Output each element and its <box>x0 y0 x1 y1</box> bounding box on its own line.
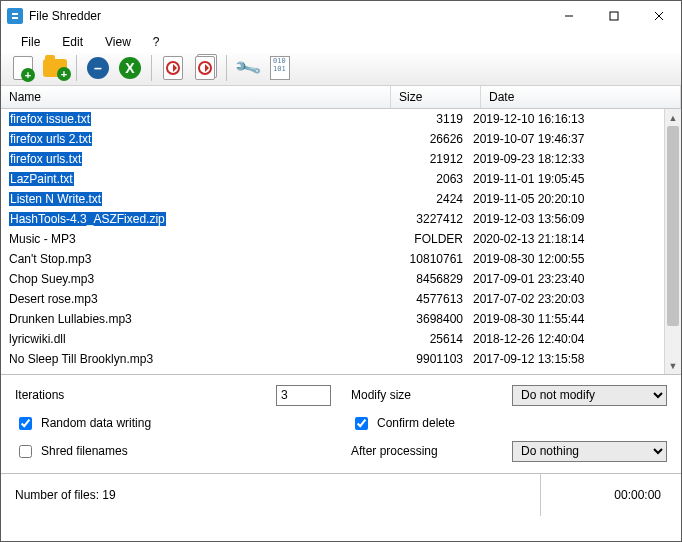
file-date: 2019-08-30 12:00:55 <box>473 250 673 268</box>
file-name: Desert rose.mp3 <box>9 292 98 306</box>
binary-icon: 010101 <box>270 56 290 80</box>
random-checkbox-label[interactable]: Random data writing <box>15 414 151 433</box>
app-icon <box>7 8 23 24</box>
modify-size-select[interactable]: Do not modify <box>512 385 667 406</box>
add-file-button[interactable]: + <box>9 54 37 82</box>
confirm-checkbox[interactable] <box>355 417 368 430</box>
file-date: 2019-10-07 19:46:37 <box>473 130 673 148</box>
file-date: 2019-11-01 19:05:45 <box>473 170 673 188</box>
title-bar: File Shredder <box>1 1 681 31</box>
settings-button[interactable]: 🔧 <box>234 54 262 82</box>
x-icon: X <box>119 57 141 79</box>
file-name: firefox urls 2.txt <box>9 132 92 146</box>
page-icon: + <box>13 56 33 80</box>
svg-rect-2 <box>610 12 618 20</box>
col-name-header[interactable]: Name <box>1 86 391 108</box>
table-row[interactable]: lyricwiki.dll256142018-12-26 12:40:04 <box>1 329 681 349</box>
iterations-input[interactable] <box>276 385 331 406</box>
excel-button[interactable]: X <box>116 54 144 82</box>
table-row[interactable]: Can't Stop.mp3108107612019-08-30 12:00:5… <box>1 249 681 269</box>
table-row[interactable]: firefox issue.txt31192019-12-10 16:16:13 <box>1 109 681 129</box>
menu-file[interactable]: File <box>11 33 50 51</box>
file-date: 2019-12-03 13:56:09 <box>473 210 673 228</box>
table-row[interactable]: LazPaint.txt20632019-11-01 19:05:45 <box>1 169 681 189</box>
random-checkbox[interactable] <box>19 417 32 430</box>
options-panel: Iterations Modify size Do not modify Ran… <box>1 375 681 474</box>
confirm-checkbox-label[interactable]: Confirm delete <box>351 414 455 433</box>
iterations-label: Iterations <box>15 388 64 402</box>
menu-help[interactable]: ? <box>143 33 170 51</box>
after-processing-label: After processing <box>351 444 438 458</box>
file-name: Drunken Lullabies.mp3 <box>9 312 132 326</box>
column-header: Name Size Date <box>1 86 681 109</box>
file-name: lyricwiki.dll <box>9 332 66 346</box>
refresh-button[interactable] <box>159 54 187 82</box>
file-name: firefox issue.txt <box>9 112 91 126</box>
scrollbar[interactable]: ▲ ▼ <box>664 109 681 374</box>
file-name: firefox urls.txt <box>9 152 82 166</box>
file-date: 2017-09-01 23:23:40 <box>473 270 673 288</box>
file-size: 21912 <box>383 150 473 168</box>
add-folder-button[interactable]: + <box>41 54 69 82</box>
menu-edit[interactable]: Edit <box>52 33 93 51</box>
file-date: 2018-12-26 12:40:04 <box>473 330 673 348</box>
table-row[interactable]: firefox urls.txt219122019-09-23 18:12:33 <box>1 149 681 169</box>
file-date: 2019-08-30 11:55:44 <box>473 310 673 328</box>
status-bar: Number of files: 19 00:00:00 <box>1 474 681 516</box>
refresh-all-button[interactable] <box>191 54 219 82</box>
file-size: 2063 <box>383 170 473 188</box>
after-processing-select[interactable]: Do nothing <box>512 441 667 462</box>
toolbar: + + – X 🔧 010101 <box>1 53 681 86</box>
table-row[interactable]: Listen N Write.txt24242019-11-05 20:20:1… <box>1 189 681 209</box>
shred-checkbox-label[interactable]: Shred filenames <box>15 442 128 461</box>
menu-view[interactable]: View <box>95 33 141 51</box>
file-name: HashTools-4.3_ASZFixed.zip <box>9 212 166 226</box>
close-button[interactable] <box>636 1 681 31</box>
minimize-button[interactable] <box>546 1 591 31</box>
window-title: File Shredder <box>29 9 546 23</box>
table-row[interactable]: firefox urls 2.txt266262019-10-07 19:46:… <box>1 129 681 149</box>
table-row[interactable]: Music - MP3FOLDER2020-02-13 21:18:14 <box>1 229 681 249</box>
table-row[interactable]: Chop Suey.mp384568292017-09-01 23:23:40 <box>1 269 681 289</box>
file-size: 3227412 <box>383 210 473 228</box>
minus-icon: – <box>87 57 109 79</box>
file-size: 25614 <box>383 330 473 348</box>
file-date: 2019-09-23 18:12:33 <box>473 150 673 168</box>
status-timer: 00:00:00 <box>541 488 681 502</box>
page-refresh-all-icon <box>195 56 215 80</box>
file-size: 2424 <box>383 190 473 208</box>
file-size: 8456829 <box>383 270 473 288</box>
file-name: Can't Stop.mp3 <box>9 252 91 266</box>
table-row[interactable]: Desert rose.mp345776132017-07-02 23:20:0… <box>1 289 681 309</box>
file-name: Music - MP3 <box>9 232 76 246</box>
file-name: Chop Suey.mp3 <box>9 272 94 286</box>
col-size-header[interactable]: Size <box>391 86 481 108</box>
binary-view-button[interactable]: 010101 <box>266 54 294 82</box>
page-refresh-icon <box>163 56 183 80</box>
file-size: 3698400 <box>383 310 473 328</box>
scroll-thumb[interactable] <box>667 126 679 326</box>
maximize-button[interactable] <box>591 1 636 31</box>
scroll-up-icon[interactable]: ▲ <box>665 109 681 126</box>
file-size: 4577613 <box>383 290 473 308</box>
table-row[interactable]: No Sleep Till Brooklyn.mp399011032017-09… <box>1 349 681 369</box>
folder-icon: + <box>43 59 67 77</box>
file-size: 26626 <box>383 130 473 148</box>
modify-size-label: Modify size <box>351 388 411 402</box>
file-size: FOLDER <box>383 230 473 248</box>
file-name: LazPaint.txt <box>9 172 74 186</box>
file-name: No Sleep Till Brooklyn.mp3 <box>9 352 153 366</box>
shred-checkbox[interactable] <box>19 445 32 458</box>
table-row[interactable]: Drunken Lullabies.mp336984002019-08-30 1… <box>1 309 681 329</box>
file-list[interactable]: firefox issue.txt31192019-12-10 16:16:13… <box>1 109 681 375</box>
col-date-header[interactable]: Date <box>481 86 681 108</box>
status-file-count: Number of files: 19 <box>1 474 541 516</box>
scroll-down-icon[interactable]: ▼ <box>665 357 681 374</box>
file-name: Listen N Write.txt <box>9 192 102 206</box>
remove-button[interactable]: – <box>84 54 112 82</box>
table-row[interactable]: HashTools-4.3_ASZFixed.zip32274122019-12… <box>1 209 681 229</box>
file-date: 2017-07-02 23:20:03 <box>473 290 673 308</box>
svg-rect-0 <box>10 11 20 21</box>
file-size: 10810761 <box>383 250 473 268</box>
file-date: 2017-09-12 13:15:58 <box>473 350 673 368</box>
